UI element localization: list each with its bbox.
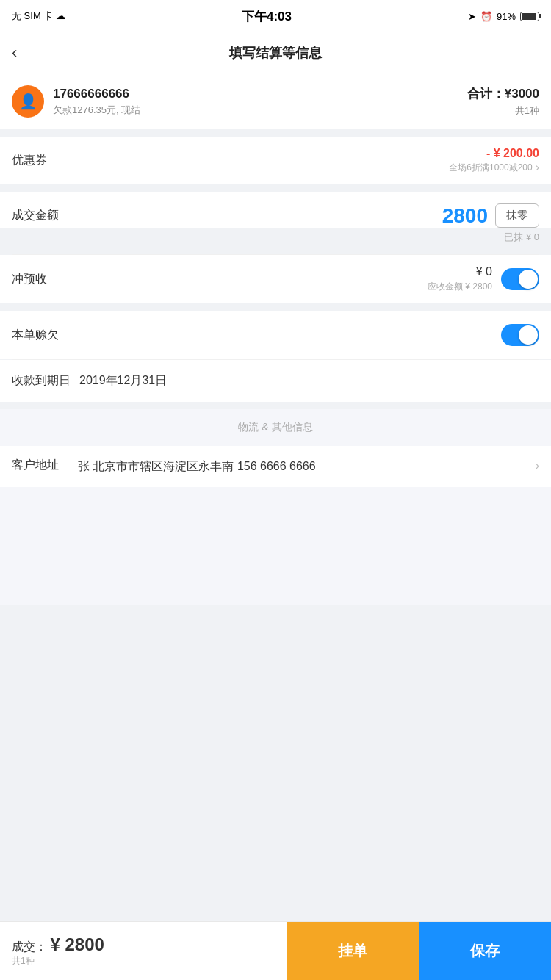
credit-label: 本单赊欠: [12, 328, 59, 343]
nav-bar: ‹ 填写结算等信息: [0, 32, 551, 73]
logistics-label: 物流 & 其他信息: [238, 421, 312, 434]
prepay-amounts: ¥ 0 应收金额 ¥ 2800: [428, 265, 492, 293]
duedate-label: 收款到期日: [12, 373, 71, 389]
battery-percent: 91%: [497, 11, 516, 22]
status-time: 下午4:03: [242, 8, 292, 25]
total-count: 共1种: [467, 104, 539, 118]
bottom-summary: 成交： ¥ 2800 共1种: [0, 934, 287, 968]
amount-right: 2800 抹零: [442, 203, 539, 228]
user-left: 👤 17666666666 欠款1276.35元, 现结: [12, 85, 140, 118]
save-button[interactable]: 保存: [419, 922, 551, 981]
coupon-desc: 全场6折满1000减200: [449, 162, 532, 174]
bottom-count: 共1种: [12, 955, 275, 968]
coupon-label: 优惠券: [12, 153, 47, 168]
coupon-row[interactable]: 优惠券 - ¥ 200.00 全场6折满1000减200 ›: [0, 137, 551, 184]
deal-amount-section: 成交金额 2800 抹零 已抹 ¥ 0: [0, 192, 551, 254]
status-left: 无 SIM 卡 ☁: [12, 10, 65, 23]
toggle-knob-prepay: [519, 270, 538, 289]
address-content: 张 北京市市辖区海淀区永丰南 156 6666 6666: [78, 458, 528, 475]
logistics-section-divider: 物流 & 其他信息: [0, 409, 551, 446]
section-separator-2: [0, 303, 551, 311]
user-info: 17666666666 欠款1276.35元, 现结: [53, 87, 140, 117]
user-phone: 17666666666: [53, 87, 140, 101]
line-right: [322, 428, 539, 428]
address-chevron-icon: ›: [536, 458, 539, 472]
user-row: 👤 17666666666 欠款1276.35元, 现结 合计：¥3000 共1…: [12, 85, 539, 118]
sim-label: 无 SIM 卡 ☁: [12, 10, 65, 23]
credit-row: 本单赊欠: [0, 311, 551, 359]
chevron-right-icon: ›: [536, 161, 539, 174]
address-row[interactable]: 客户地址 张 北京市市辖区海淀区永丰南 156 6666 6666 ›: [0, 446, 551, 487]
prepay-value: ¥ 0: [428, 265, 492, 278]
empty-area: [0, 487, 551, 605]
prepay-right: ¥ 0 应收金额 ¥ 2800: [428, 265, 539, 293]
hang-button[interactable]: 挂单: [287, 922, 419, 981]
location-icon: ➤: [468, 11, 476, 22]
coupon-value: - ¥ 200.00: [449, 147, 539, 160]
amount-value: 2800: [442, 204, 488, 228]
total-amount: 合计：¥3000: [467, 85, 539, 102]
section-separator-3: [0, 402, 551, 409]
user-right: 合计：¥3000 共1种: [467, 85, 539, 118]
round-button[interactable]: 抹零: [495, 203, 539, 228]
battery-icon: [520, 12, 539, 21]
status-bar: 无 SIM 卡 ☁ 下午4:03 ➤ ⏰ 91%: [0, 0, 551, 32]
avatar-icon: 👤: [19, 93, 37, 110]
amount-sub: 已抹 ¥ 0: [0, 228, 551, 254]
deal-amount: ¥ 2800: [50, 934, 104, 954]
avatar: 👤: [12, 85, 44, 118]
bottom-deal-label: 成交： ¥ 2800: [12, 934, 275, 955]
prepay-label: 冲预收: [12, 272, 47, 287]
alarm-icon: ⏰: [480, 11, 492, 22]
total-value: ¥3000: [505, 87, 539, 101]
prepay-toggle[interactable]: [501, 268, 539, 290]
duedate-value: 2019年12月31日: [79, 373, 167, 389]
toggle-knob-credit: [519, 325, 538, 345]
amount-label: 成交金额: [12, 208, 59, 223]
credit-toggle[interactable]: [501, 324, 539, 346]
back-button[interactable]: ‹: [12, 43, 17, 62]
user-debt: 欠款1276.35元, 现结: [53, 104, 140, 117]
total-label: 合计：: [467, 87, 505, 101]
deal-label: 成交：: [12, 940, 47, 953]
amount-row: 成交金额 2800 抹零: [0, 192, 551, 228]
coupon-right-wrap: - ¥ 200.00 全场6折满1000减200 ›: [449, 147, 539, 174]
prepay-row: 冲预收 ¥ 0 应收金额 ¥ 2800: [0, 255, 551, 303]
bottom-bar: 成交： ¥ 2800 共1种 挂单 保存: [0, 921, 551, 980]
status-right: ➤ ⏰ 91%: [468, 11, 539, 22]
user-card: 👤 17666666666 欠款1276.35元, 现结 合计：¥3000 共1…: [0, 73, 551, 129]
section-separator-1: [0, 184, 551, 192]
duedate-row: 收款到期日 2019年12月31日: [0, 360, 551, 402]
content: 👤 17666666666 欠款1276.35元, 现结 合计：¥3000 共1…: [0, 73, 551, 663]
prepay-sub: 应收金额 ¥ 2800: [428, 281, 492, 293]
page-title: 填写结算等信息: [229, 44, 322, 62]
address-label: 客户地址: [12, 458, 71, 473]
line-left: [12, 428, 229, 428]
